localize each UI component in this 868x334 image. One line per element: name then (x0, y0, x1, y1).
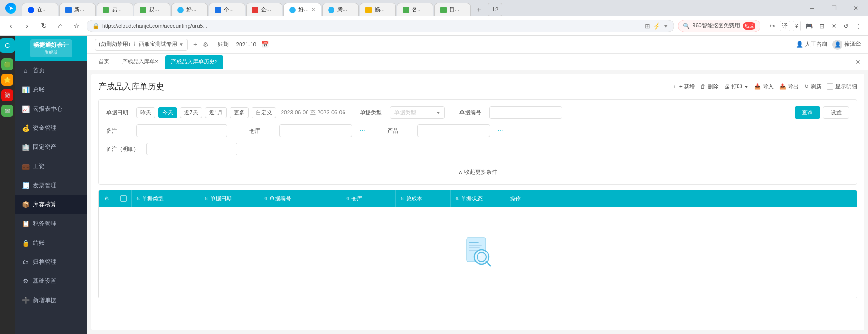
yuan-btn[interactable]: ¥ (793, 21, 801, 31)
sidebar-item-archive[interactable]: 🗂 归档管理 (15, 252, 87, 272)
th-settings[interactable]: ⚙ (99, 190, 115, 207)
app-icon-mail[interactable]: ✉ (1, 105, 13, 117)
company-selector[interactable]: (勿删勿禁用）江西服宝测试专用 ▼ (95, 39, 188, 51)
browser-tab[interactable]: 易... (134, 3, 170, 16)
app-icon-star[interactable]: ⭐ (1, 74, 13, 86)
window-minimize-button[interactable]: ─ (801, 1, 822, 15)
month-btn[interactable]: 近1月 (205, 107, 227, 118)
th-type[interactable]: ⇅ 单据类型 (132, 190, 200, 207)
back-button[interactable]: ‹ (5, 20, 17, 32)
browser-tab[interactable]: 腾... (322, 3, 359, 16)
th-checkbox[interactable] (115, 190, 132, 207)
service-button[interactable]: 👤 人工咨询 (796, 41, 827, 48)
translate-btn[interactable]: 译 (780, 21, 790, 31)
sidebar-item-salary[interactable]: 💼 工资 (15, 157, 87, 176)
theme-btn[interactable]: ☀ (829, 22, 839, 30)
show-columns-toggle[interactable]: 显示明细 (827, 83, 857, 91)
calendar-icon[interactable]: 📅 (262, 41, 269, 48)
query-button[interactable]: 查询 (795, 106, 820, 119)
new-tab-button[interactable]: ＋ (472, 3, 486, 16)
tab-close-icon[interactable]: ✕ (311, 7, 315, 13)
orderno-input[interactable] (489, 106, 562, 119)
remark-detail-input[interactable] (146, 143, 237, 155)
sidebar-item-home[interactable]: ⌂ 首页 (15, 61, 87, 80)
apps-btn[interactable]: ⊞ (817, 22, 827, 30)
refresh-button[interactable]: ↻ 刷新 (804, 83, 822, 91)
app-icon-green[interactable]: 🟢 (1, 58, 13, 70)
product-label: 产品 (387, 127, 410, 135)
th-date[interactable]: ⇅ 单据日期 (200, 190, 259, 207)
content-area: (勿删勿禁用）江西服宝测试专用 ▼ + ⚙ 账期 2021-10 📅 👤 人工咨… (87, 36, 868, 334)
week-btn[interactable]: 近7天 (180, 107, 202, 118)
sidebar-item-invoice[interactable]: 🧾 发票管理 (15, 176, 87, 195)
collapse-button[interactable]: ∧ 收起更多条件 (458, 168, 497, 176)
sidebar-item-fixed[interactable]: 🏢 固定资产 (15, 138, 87, 157)
breadcrumb-tab2[interactable]: 产成品入库单历史× (165, 55, 223, 69)
th-status[interactable]: ⇅ 单据状态 (451, 190, 505, 207)
more-date-btn[interactable]: 更多 (230, 107, 249, 118)
sidebar-item-funds[interactable]: 💰 资金管理 (15, 118, 87, 138)
th-warehouse[interactable]: ⇅ 仓库 (341, 190, 396, 207)
more-btn[interactable]: ⋮ (853, 22, 863, 30)
print-button[interactable]: 🖨 打印 ▼ (724, 83, 749, 91)
sidebar-item-closing[interactable]: 🔒 结账 (15, 233, 87, 252)
lightning-icon[interactable]: ⚡ (653, 22, 661, 30)
product-select-icon[interactable]: ··· (498, 127, 503, 135)
product-input[interactable] (417, 124, 490, 137)
home-nav-button[interactable]: ⌂ (54, 20, 67, 32)
grid-icon[interactable]: ⊞ (645, 22, 650, 30)
undo-btn[interactable]: ↺ (842, 22, 851, 30)
sidebar-item-ledger[interactable]: 📊 总账 (15, 80, 87, 99)
add-button[interactable]: ＋ + 新增 (672, 83, 695, 91)
game-btn[interactable]: 🎮 (803, 22, 815, 30)
browser-frame: ➤ 在... 新... 易... 易... 好... 个... (0, 0, 868, 334)
browser-tab[interactable]: 目... (434, 3, 471, 16)
basic-icon: ⚙ (22, 277, 29, 285)
browser-tab[interactable]: 新... (59, 3, 96, 16)
th-cost[interactable]: ⇅ 总成本 (396, 190, 451, 207)
user-avatar-button[interactable]: 👤 徐泽华 (832, 40, 861, 50)
refresh-nav-button[interactable]: ↻ (37, 20, 50, 32)
bookmark-button[interactable]: ☆ (70, 20, 83, 32)
sidebar-item-tax[interactable]: 📋 税务管理 (15, 214, 87, 233)
breadcrumb-tab1[interactable]: 产成品入库单× (117, 55, 164, 69)
window-close-button[interactable]: ✕ (845, 1, 866, 15)
type-filter-select[interactable]: 单据类型 ▼ (390, 106, 445, 119)
export-button[interactable]: 📤 导出 (779, 83, 799, 91)
window-restore-button[interactable]: ❐ (823, 1, 844, 15)
app-icon-weibo[interactable]: 微 (1, 89, 13, 101)
chanjet-logo-icon[interactable]: C (0, 38, 15, 53)
settings-company-button[interactable]: ⚙ (203, 41, 209, 48)
sidebar-item-newbill[interactable]: ➕ 新增单据 (15, 291, 87, 310)
browser-tab[interactable]: 易... (97, 3, 133, 16)
sidebar-item-inventory[interactable]: 📦 库存核算 (15, 195, 87, 214)
show-columns-checkbox[interactable] (827, 83, 833, 90)
today-btn[interactable]: 今天 (158, 107, 177, 118)
dropdown-arrow-icon[interactable]: ▼ (663, 23, 668, 29)
header-checkbox[interactable] (120, 195, 127, 202)
browser-tab[interactable]: 在... (22, 3, 58, 16)
custom-date-btn[interactable]: 自定义 (252, 107, 276, 118)
filter-settings-button[interactable]: 设置 (823, 106, 849, 119)
scissors-btn[interactable]: ✂ (768, 22, 777, 30)
active-browser-tab[interactable]: 好... ✕ (283, 3, 321, 16)
browser-tab[interactable]: 畅... (360, 3, 396, 16)
browser-tab[interactable]: 企... (246, 3, 282, 16)
remark-input[interactable] (136, 124, 227, 137)
browser-tab[interactable]: 各... (397, 3, 433, 16)
browser-tab[interactable]: 个... (209, 3, 245, 16)
warehouse-select-icon[interactable]: ··· (360, 127, 365, 135)
address-input[interactable]: 🔒 https://cloud.chanjet.com/accounting/u… (87, 20, 674, 32)
breadcrumb-home[interactable]: 首页 (95, 58, 113, 66)
add-company-button[interactable]: + (193, 41, 197, 49)
sidebar-item-basic[interactable]: ⚙ 基础设置 (15, 272, 87, 291)
warehouse-input[interactable] (279, 124, 352, 137)
delete-button[interactable]: 🗑 删除 (700, 83, 719, 91)
yesterday-btn[interactable]: 昨天 (136, 107, 155, 118)
sidebar-item-report[interactable]: 📈 云报表中心 (15, 99, 87, 118)
forward-button[interactable]: › (21, 20, 34, 32)
close-panel-button[interactable]: ✕ (855, 58, 861, 66)
browser-tab[interactable]: 好... (171, 3, 208, 16)
th-number[interactable]: ⇅ 单据编号 (259, 190, 341, 207)
import-button[interactable]: 📥 导入 (754, 83, 774, 91)
